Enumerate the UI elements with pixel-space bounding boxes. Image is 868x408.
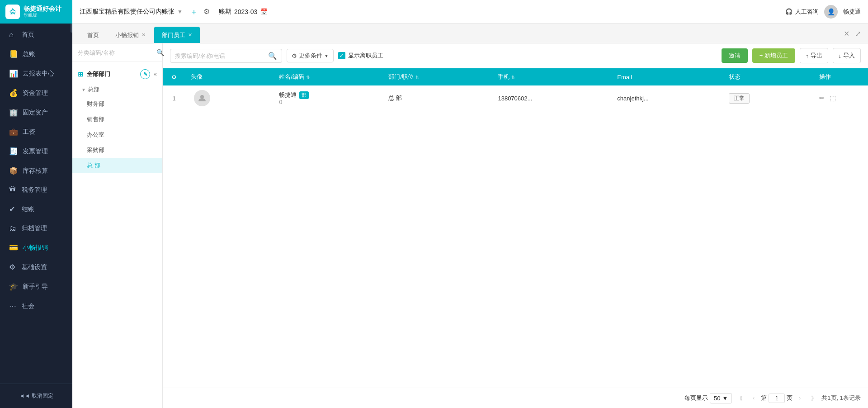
add-company-button[interactable]: ＋	[190, 6, 198, 17]
employee-name-block: 畅捷通 部	[279, 91, 377, 99]
sidebar-item-home[interactable]: ⌂ 首页	[0, 25, 72, 44]
dept-item-caiwu[interactable]: 财务部	[72, 96, 162, 112]
customer-service-button[interactable]: 🎧 人工咨询	[785, 8, 819, 16]
dept-item-bangong[interactable]: 办公室	[72, 127, 162, 142]
sidebar-item-ledger[interactable]: 📒 总账	[0, 44, 72, 64]
th-status: 状态	[723, 68, 814, 85]
sidebar-item-basic-settings[interactable]: ⚙ 基础设置	[0, 257, 72, 277]
sidebar-logo: 会 畅捷通好会计 旗舰版	[0, 0, 72, 24]
avatar-header-label: 头像	[191, 73, 203, 80]
sidebar-item-inventory[interactable]: 📦 库存核算	[0, 161, 72, 180]
right-panel: 🔍 ⚙ 更多条件 ▼ ✓ 显示离职员工 邀请 + 新增员工 ↑ 导出	[163, 43, 868, 408]
tabbar-actions: ✕ ⤢	[844, 29, 861, 38]
sidebar-item-cloud-reports[interactable]: 📊 云报表中心	[0, 64, 72, 83]
show-resigned-toggle: ✓ 显示离职员工	[338, 52, 383, 60]
sidebar-item-invoice[interactable]: 🧾 发票管理	[0, 142, 72, 161]
sidebar-item-salary[interactable]: 💼 工资	[0, 122, 72, 142]
sidebar-item-archive[interactable]: 🗂 归档管理	[0, 219, 72, 238]
logo-app-name: 畅捷通好会计	[24, 5, 61, 13]
sidebar-item-label: 归档管理	[22, 224, 47, 232]
page-number-input[interactable]	[769, 394, 785, 403]
dept-bangong-label: 办公室	[87, 131, 104, 138]
period-selector[interactable]: 账期 2023-03 📅	[219, 8, 268, 16]
tab-home[interactable]: 首页	[80, 27, 107, 43]
archive-icon: 🗂	[9, 224, 17, 232]
import-button[interactable]: ↓ 导入	[833, 48, 861, 63]
sort-phone-icon: ⇅	[511, 75, 515, 80]
expand-tab-button[interactable]: ⤢	[855, 29, 861, 38]
sidebar-item-label: 社会	[22, 302, 34, 310]
calendar-icon: 📅	[260, 8, 268, 15]
show-resigned-checkbox[interactable]: ✓	[338, 52, 345, 59]
first-page-button[interactable]: ⟪	[736, 393, 746, 403]
delete-employee-button[interactable]: ⬚	[830, 94, 836, 102]
sidebar-item-fixed-assets[interactable]: 🏢 固定资产	[0, 103, 72, 122]
sidebar-item-funds[interactable]: 💰 资金管理	[0, 83, 72, 103]
dept-search-input[interactable]	[78, 49, 154, 56]
action-buttons: ✏ ⬚	[819, 94, 863, 102]
dept-search-bar: 🔍	[72, 43, 162, 62]
logo-icon: 会	[5, 5, 20, 19]
invoice-icon: 🧾	[9, 147, 18, 156]
sidebar-item-more[interactable]: ⋯ 社会	[0, 296, 72, 316]
th-phone[interactable]: 手机 ⇅	[492, 68, 612, 85]
svg-point-0	[200, 95, 204, 99]
dept-item-xiaoshou[interactable]: 销售部	[72, 112, 162, 127]
employee-dept-text: 总 部	[388, 95, 402, 101]
sidebar-item-label: 税务管理	[22, 186, 47, 194]
username-label: 畅捷通	[843, 8, 861, 16]
th-email: Email	[612, 68, 723, 85]
close-tab-button[interactable]: ✕	[844, 29, 849, 38]
employee-table-body: 1	[163, 85, 868, 111]
employee-search-input[interactable]	[175, 52, 265, 59]
dept-item-caigou[interactable]: 采购部	[72, 142, 162, 158]
th-settings[interactable]: ⚙	[163, 68, 185, 85]
sidebar-item-tax[interactable]: 🏛 税务管理	[0, 180, 72, 199]
sidebar-item-checkout[interactable]: ✔ 结账	[0, 199, 72, 219]
cancel-fixed-button[interactable]: ◄◄ 取消固定	[0, 389, 72, 403]
filter-icon: ⚙	[292, 52, 297, 59]
employee-search-icon[interactable]: 🔍	[268, 52, 277, 60]
export-button[interactable]: ↑ 导出	[800, 48, 828, 63]
tab-dept-employee[interactable]: 部门员工 ✕	[154, 27, 200, 43]
left-panel: 🔍 ⊞ 全部部门 ✎ « ▼ 总部 财务部 销售部	[72, 43, 163, 408]
next-page-button[interactable]: ›	[794, 393, 805, 403]
sidebar-item-new-guide[interactable]: 🎓 新手引导	[0, 277, 72, 296]
sidebar-item-label: 结账	[22, 205, 34, 213]
inventory-icon: 📦	[9, 166, 18, 175]
dept-tree: ⊞ 全部部门 ✎ « ▼ 总部 财务部 销售部 办公室	[72, 62, 162, 408]
tab-dept-employee-close-icon[interactable]: ✕	[188, 32, 192, 38]
tab-xiaochang-close-icon[interactable]: ✕	[142, 32, 146, 38]
dept-root-item[interactable]: ▼ 总部	[72, 83, 162, 96]
settings-icon[interactable]: ⚙	[203, 7, 210, 16]
more-filters-button[interactable]: ⚙ 更多条件 ▼	[287, 49, 334, 62]
th-dept-position[interactable]: 部门/职位 ⇅	[383, 68, 492, 85]
page-size-selector: 每页显示 50 ▼	[684, 393, 732, 403]
prev-page-button[interactable]: ‹	[748, 393, 759, 403]
page-size-dropdown[interactable]: 50 ▼	[710, 393, 732, 403]
dept-xiaoshou-label: 销售部	[87, 116, 104, 123]
add-employee-button[interactable]: + 新增员工	[752, 48, 795, 63]
dept-edit-button[interactable]: ✎	[140, 69, 150, 79]
table-header-row: ⚙ 头像 姓名/编码 ⇅	[163, 68, 868, 85]
funds-icon: 💰	[9, 89, 18, 97]
page-label: 第	[761, 394, 767, 402]
th-name-code[interactable]: 姓名/编码 ⇅	[274, 68, 383, 85]
collapse-icon[interactable]: «	[154, 71, 157, 77]
sidebar-item-label: 云报表中心	[23, 70, 54, 78]
invite-button[interactable]: 邀请	[722, 48, 748, 63]
last-page-button[interactable]: ⟫	[807, 393, 818, 403]
settings-gear-icon: ⚙	[171, 74, 177, 81]
company-selector[interactable]: 江西服宝精品有限责任公司内账张 ▼	[80, 8, 183, 16]
export-icon: ↑	[806, 52, 809, 59]
sidebar-item-xiaochang[interactable]: 💳 小畅报销	[0, 238, 72, 257]
all-dept-header[interactable]: ⊞ 全部部门 ✎ «	[72, 66, 162, 83]
edit-employee-button[interactable]: ✏	[819, 94, 825, 102]
email-label: Email	[617, 74, 632, 81]
xiaochang-icon: 💳	[9, 243, 18, 252]
status-badge: 正常	[729, 93, 750, 104]
all-dept-label: 全部部门	[87, 70, 110, 78]
row-dept-position: 总 部	[383, 85, 492, 111]
dept-item-zongbu[interactable]: 总 部	[72, 158, 162, 173]
tab-xiaochang[interactable]: 小畅报销 ✕	[108, 27, 153, 43]
